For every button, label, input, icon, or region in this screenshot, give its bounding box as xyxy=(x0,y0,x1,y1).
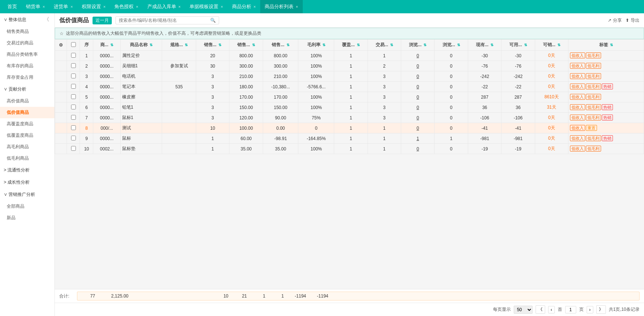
browse1-col-header[interactable]: 浏览... ⇅ xyxy=(401,40,435,51)
row-settings[interactable] xyxy=(55,102,67,113)
row-checkbox[interactable] xyxy=(71,136,76,140)
row-settings[interactable] xyxy=(55,61,67,71)
sidebar-item-stocked-products[interactable]: 有库存的商品 xyxy=(0,60,54,72)
row-checkbox-cell[interactable] xyxy=(67,123,80,133)
last-page-button[interactable]: 》 xyxy=(596,305,606,314)
row-product-name[interactable]: 鼠标 xyxy=(120,133,162,144)
row-settings[interactable] xyxy=(55,133,67,144)
row-checkbox-cell[interactable] xyxy=(67,82,80,92)
sidebar-item-high-coverage[interactable]: 高覆盖度商品 xyxy=(0,118,54,130)
row-checkbox[interactable] xyxy=(71,146,76,151)
available-col-header[interactable]: 可用... ⇅ xyxy=(502,40,535,51)
row-checkbox[interactable] xyxy=(71,125,76,130)
prev-page-button[interactable]: ‹ xyxy=(548,306,555,313)
row-checkbox[interactable] xyxy=(71,63,76,68)
sidebar-group-liquidity[interactable]: > 流通性分析 xyxy=(0,164,54,176)
row-checkbox[interactable] xyxy=(71,94,76,99)
nav-purchase-order[interactable]: 进货单 × xyxy=(49,0,77,13)
row-product-name[interactable]: 吴细细1 xyxy=(120,61,162,71)
checkbox-col-header[interactable] xyxy=(67,40,80,51)
nav-home[interactable]: 首页 xyxy=(3,0,21,13)
row-browse1[interactable]: 1 xyxy=(401,133,435,144)
row-product-name[interactable]: 橡皮擦 xyxy=(120,92,162,102)
row-product-name[interactable]: 测试 xyxy=(120,123,162,133)
row-settings[interactable] xyxy=(55,144,67,154)
search-input[interactable] xyxy=(119,18,210,23)
sale-amount-col-header[interactable]: 销售... ⇅ xyxy=(229,40,263,51)
trade-col-header[interactable]: 交易... ⇅ xyxy=(368,40,401,51)
tags-col-header[interactable]: 标签 ⇅ xyxy=(568,40,644,51)
next-page-button[interactable]: › xyxy=(587,306,593,313)
sidebar-item-high-value[interactable]: 高价值商品 xyxy=(0,95,54,107)
sidebar-group-marketing[interactable]: ∨ 营销推广分析 xyxy=(0,188,54,201)
sidebar-item-low-value[interactable]: 低价值商品 xyxy=(0,107,54,118)
nav-close-icon[interactable]: × xyxy=(43,4,45,9)
row-product-name[interactable]: 鼠标1 xyxy=(120,113,162,123)
sidebar-item-sales-products[interactable]: 销售类商品 xyxy=(0,26,54,37)
code-col-header[interactable]: 商... ⇅ xyxy=(93,40,120,51)
row-browse1[interactable]: 0 xyxy=(401,144,435,154)
row-product-name[interactable]: 铅笔1 xyxy=(120,102,162,113)
row-settings[interactable] xyxy=(55,51,67,61)
sidebar-group-overall[interactable]: ∨ 整体信息 《 xyxy=(0,13,54,26)
row-settings[interactable] xyxy=(55,71,67,82)
row-checkbox[interactable] xyxy=(71,115,76,120)
nav-product-analysis[interactable]: 商品分析 × xyxy=(228,0,260,13)
sale-price-col-header[interactable]: 销售... ⇅ xyxy=(263,40,298,51)
sidebar-group-contribution[interactable]: ∨ 贡献分析 xyxy=(0,83,54,95)
row-checkbox[interactable] xyxy=(71,53,76,58)
nav-role-auth[interactable]: 角色授权 × xyxy=(110,0,142,13)
name-col-header[interactable]: 商品名称 ⇅ xyxy=(120,40,162,51)
row-browse1[interactable]: 0 xyxy=(401,123,435,133)
row-checkbox-cell[interactable] xyxy=(67,61,80,71)
sale-qty-col-header[interactable]: 销售... ⇅ xyxy=(196,40,229,51)
nav-close-icon[interactable]: × xyxy=(178,4,181,9)
per-page-select[interactable]: 50 100 200 xyxy=(514,306,533,314)
row-browse1[interactable]: 0 xyxy=(401,92,435,102)
row-settings[interactable] xyxy=(55,123,67,133)
select-all-checkbox[interactable] xyxy=(71,42,76,47)
nav-product-analysis-list[interactable]: 商品分析列表 × xyxy=(260,0,302,13)
browse2-col-header[interactable]: 浏览... ⇅ xyxy=(435,40,468,51)
nav-close-icon[interactable]: × xyxy=(70,4,73,9)
row-checkbox-cell[interactable] xyxy=(67,92,80,102)
collapse-icon[interactable]: 《 xyxy=(43,16,51,23)
gross-margin-col-header[interactable]: 毛利率 ⇅ xyxy=(298,40,334,51)
first-page-button[interactable]: 《 xyxy=(536,305,545,314)
row-product-name[interactable]: 笔记本 xyxy=(120,82,162,92)
row-product-name[interactable]: 属性定价 xyxy=(120,51,162,61)
row-settings[interactable] xyxy=(55,92,67,102)
nav-permission-settings[interactable]: 权限设置 × xyxy=(77,0,110,13)
row-checkbox[interactable] xyxy=(71,74,76,78)
row-checkbox-cell[interactable] xyxy=(67,71,80,82)
row-checkbox-cell[interactable] xyxy=(67,102,80,113)
sidebar-item-low-margin[interactable]: 低毛利商品 xyxy=(0,153,54,164)
date-filter-badge[interactable]: 近一月 xyxy=(93,17,112,24)
row-product-name[interactable]: 电话机 xyxy=(120,71,162,82)
sidebar-item-category-rate[interactable]: 商品分类销售率 xyxy=(0,49,54,60)
saleable-col-header[interactable]: 可销... ⇅ xyxy=(535,40,568,51)
coverage-col-header[interactable]: 覆盖... ⇅ xyxy=(334,40,368,51)
row-browse1[interactable]: 0 xyxy=(401,51,435,61)
nav-close-icon[interactable]: × xyxy=(136,4,138,9)
row-browse1[interactable]: 0 xyxy=(401,71,435,82)
nav-close-icon[interactable]: × xyxy=(221,4,223,9)
row-browse1[interactable]: 0 xyxy=(401,102,435,113)
search-icon[interactable]: 🔍 xyxy=(210,18,216,23)
row-checkbox-cell[interactable] xyxy=(67,113,80,123)
row-checkbox[interactable] xyxy=(71,105,76,109)
row-browse1[interactable]: 0 xyxy=(401,113,435,123)
sidebar-group-growth[interactable]: > 成长性分析 xyxy=(0,176,54,188)
sidebar-item-traded-products[interactable]: 交易过的商品 xyxy=(0,37,54,49)
sidebar-item-high-margin[interactable]: 高毛利商品 xyxy=(0,141,54,153)
nav-close-icon[interactable]: × xyxy=(103,4,105,9)
search-box[interactable]: 🔍 xyxy=(115,16,219,24)
nav-close-icon[interactable]: × xyxy=(296,4,298,9)
share-button[interactable]: ↗ 分享 xyxy=(608,17,622,24)
current-col-header[interactable]: 现有... ⇅ xyxy=(468,40,501,51)
page-input[interactable] xyxy=(565,306,576,313)
export-button[interactable]: ⬆ 导出 xyxy=(625,17,640,24)
row-browse1[interactable]: 0 xyxy=(401,61,435,71)
row-checkbox[interactable] xyxy=(71,84,76,89)
sidebar-item-all-products[interactable]: 全部商品 xyxy=(0,201,54,212)
